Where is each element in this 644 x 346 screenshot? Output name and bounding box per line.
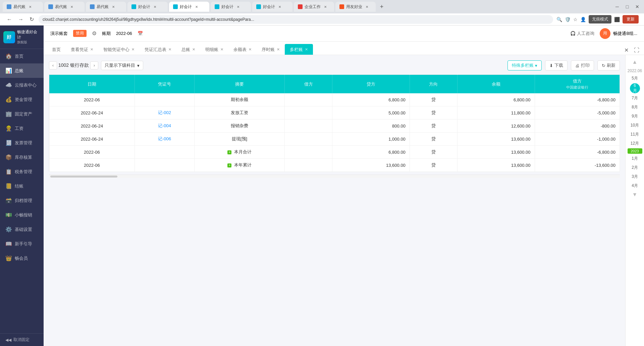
tab-detail-ledger[interactable]: 明细账 ✕ <box>200 44 228 55</box>
cell-voucher-3[interactable]: 记-006 <box>135 133 194 146</box>
tab-close-4[interactable]: ✕ <box>154 5 156 9</box>
tab-sequence-close[interactable]: ✕ <box>277 47 280 52</box>
sidebar-item-settings[interactable]: ⚙️ 基础设置 <box>0 222 44 237</box>
tab-smart-voucher[interactable]: 智能凭证中心 ✕ <box>98 44 140 55</box>
sidebar-item-salary[interactable]: 👷 工资 <box>0 121 44 136</box>
extensions-icon[interactable]: ⬛ <box>614 17 620 22</box>
timeline-month-aug[interactable]: 8月 <box>628 103 642 111</box>
settings-gear-icon[interactable]: ⚙ <box>92 30 97 37</box>
tab-home[interactable]: 首页 <box>47 44 66 55</box>
tab-smart-voucher-close[interactable]: ✕ <box>131 47 135 52</box>
pin-sidebar-button[interactable]: ◀◀ 取消固定 <box>5 337 38 343</box>
browser-tab-8[interactable]: 企业工作 ✕ <box>294 2 334 12</box>
sidebar-item-archive[interactable]: 🗃️ 归档管理 <box>0 193 44 208</box>
sidebar-item-inventory[interactable]: 📦 库存核算 <box>0 150 44 164</box>
timeline-month-apr[interactable]: 4月 <box>628 182 642 190</box>
sidebar-item-expense[interactable]: 💵 小畅报销 <box>0 208 44 222</box>
minimize-button[interactable]: ─ <box>613 3 621 11</box>
sidebar-item-fund[interactable]: 💰 资金管理 <box>0 92 44 107</box>
search-icon[interactable]: 🔍 <box>556 17 562 22</box>
timeline-month-oct[interactable]: 10月 <box>628 121 642 130</box>
browser-tab-7[interactable]: 好会计 ✕ <box>252 2 292 12</box>
tab-balance[interactable]: 余额表 ✕ <box>228 44 257 55</box>
tab-general-ledger-close[interactable]: ✕ <box>192 47 195 52</box>
scrollbar-thumb[interactable] <box>50 176 117 178</box>
tab-balance-close[interactable]: ✕ <box>249 47 252 52</box>
update-button[interactable]: 更新 <box>623 15 639 23</box>
tab-general-ledger[interactable]: 总账 ✕ <box>176 44 200 55</box>
timeline-month-jan[interactable]: 1月 <box>628 154 642 163</box>
tab-close-3[interactable]: ✕ <box>112 5 115 9</box>
tab-multi-column[interactable]: 多栏账 ✕ <box>285 44 313 55</box>
timeline-month-nov[interactable]: 11月 <box>628 130 642 139</box>
timeline-month-sep[interactable]: 9月 <box>628 112 642 120</box>
cell-voucher-1[interactable]: 记-002 <box>135 106 194 119</box>
reload-button[interactable]: ↻ <box>28 15 35 24</box>
tab-sequence[interactable]: 序时账 ✕ <box>257 44 285 55</box>
tab-close-2[interactable]: ✕ <box>70 5 73 9</box>
sidebar-item-tax[interactable]: 📋 税务管理 <box>0 164 44 179</box>
back-button[interactable]: ← <box>5 15 13 24</box>
tab-voucher-close[interactable]: ✕ <box>90 47 93 52</box>
timeline-month-may[interactable]: 5月 <box>628 74 642 83</box>
timeline-month-mar[interactable]: 3月 <box>628 172 642 181</box>
tab-detail-ledger-close[interactable]: ✕ <box>220 47 223 52</box>
timeline-month-jun[interactable]: 6月 <box>630 83 640 93</box>
browser-tab-9[interactable]: 用友好业 ✕ <box>335 2 376 12</box>
new-tab-button[interactable]: + <box>377 2 386 11</box>
sidebar-item-fixed-assets[interactable]: 🏢 固定资产 <box>0 107 44 121</box>
tab-close-6[interactable]: ✕ <box>237 5 239 9</box>
sidebar-item-close[interactable]: 📒 结账 <box>0 179 44 193</box>
timeline-down-arrow[interactable]: ▼ <box>632 192 638 198</box>
refresh-button[interactable]: ↻ 刷新 <box>597 60 620 70</box>
next-account-button[interactable]: › <box>90 61 98 69</box>
sidebar-item-guide[interactable]: 📖 新手引导 <box>0 237 44 251</box>
browser-tab-1[interactable]: 易代账 ✕ <box>3 2 43 12</box>
horizontal-scrollbar[interactable] <box>49 175 620 178</box>
expand-tab-button[interactable]: ⛶ <box>633 46 641 55</box>
prev-account-button[interactable]: ‹ <box>49 61 57 69</box>
browser-tab-5[interactable]: 好会计 ✕ <box>169 2 209 12</box>
tab-voucher-summary-close[interactable]: ✕ <box>168 47 171 52</box>
browser-tab-4[interactable]: 好会计 ✕ <box>127 2 168 12</box>
user-info[interactable]: 用 畅捷通B组... <box>600 28 637 39</box>
filter-select[interactable]: 只显示下级科目 ▾ <box>101 61 143 70</box>
service-button[interactable]: 🎧 人工咨询 <box>570 31 594 37</box>
close-button[interactable]: ✕ <box>633 3 641 11</box>
timeline-up-arrow[interactable]: ▲ <box>632 59 638 65</box>
tab-close-1[interactable]: ✕ <box>29 5 32 9</box>
sidebar-item-member[interactable]: 👑 畅会员 <box>0 251 44 265</box>
print-button[interactable]: 🖨 打印 <box>571 60 594 70</box>
tab-multi-column-close[interactable]: ✕ <box>305 47 308 52</box>
sidebar-item-ledger[interactable]: 📊 总账 <box>0 63 44 78</box>
timeline-month-feb[interactable]: 2月 <box>628 163 642 172</box>
tab-voucher-summary[interactable]: 凭证汇总表 ✕ <box>140 44 176 55</box>
timeline-month-jul[interactable]: 7月 <box>628 94 642 102</box>
sidebar-item-home[interactable]: 🏠 首页 <box>0 49 44 63</box>
tab-voucher[interactable]: 查看凭证 ✕ <box>66 44 98 55</box>
sidebar-item-invoice[interactable]: 🧾 发票管理 <box>0 136 44 150</box>
sidebar-item-cloud-report[interactable]: ☁️ 云报表中心 <box>0 78 44 92</box>
forward-button[interactable]: → <box>17 15 25 24</box>
maximize-button[interactable]: □ <box>623 3 631 11</box>
profile-icon[interactable]: 👤 <box>580 17 586 22</box>
browser-tab-6[interactable]: 好会计 ✕ <box>211 2 251 12</box>
tab-close-8[interactable]: ✕ <box>324 5 327 9</box>
tab-favicon-8 <box>298 4 303 9</box>
url-input[interactable] <box>39 15 553 24</box>
cell-balance-5: 13,600.00 <box>457 159 535 172</box>
shield-icon[interactable]: 🛡️ <box>565 17 571 22</box>
tab-close-5[interactable]: ✕ <box>195 5 198 9</box>
incognito-button[interactable]: 无痕模式 <box>589 15 611 23</box>
tab-close-9[interactable]: ✕ <box>366 5 368 9</box>
browser-tab-2[interactable]: 易代账 ✕ <box>44 2 85 12</box>
browser-tab-3[interactable]: 易代账 ✕ <box>86 2 126 12</box>
special-multicolumn-button[interactable]: 特殊多栏账 ▾ <box>507 60 542 70</box>
cell-voucher-2[interactable]: 记-004 <box>135 119 194 133</box>
tab-close-7[interactable]: ✕ <box>278 5 281 9</box>
timeline-month-dec[interactable]: 12月 <box>628 139 642 148</box>
close-tab-button[interactable]: ✕ <box>623 46 630 55</box>
star-icon[interactable]: ☆ <box>573 17 578 22</box>
calendar-icon[interactable]: 📅 <box>138 31 143 36</box>
download-button[interactable]: ⬇ 下载 <box>545 60 568 70</box>
